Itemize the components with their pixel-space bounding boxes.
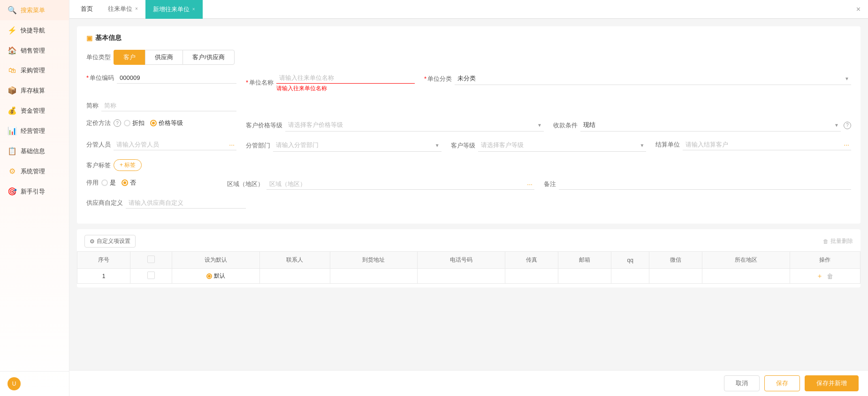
sidebar-item-inventory[interactable]: 📦 库存核算: [0, 80, 69, 101]
remark-input[interactable]: [559, 179, 851, 189]
btn-customer[interactable]: 客户: [114, 50, 145, 65]
user-avatar: U: [8, 377, 21, 390]
close-all-tabs[interactable]: ×: [853, 5, 864, 14]
batch-delete-button[interactable]: 🗑 批量删除: [823, 237, 853, 245]
th-no: 序号: [77, 252, 130, 269]
settlement-unit-input[interactable]: [683, 139, 842, 150]
select-all-checkbox[interactable]: [147, 256, 155, 263]
sidebar-item-quick-nav[interactable]: ⚡ 快捷导航: [0, 20, 69, 40]
unit-type-row: 单位类型 客户 供应商 客户/供应商: [86, 50, 851, 65]
sidebar-item-operations[interactable]: 📊 经营管理: [0, 121, 69, 141]
pricing-help-icon[interactable]: ?: [114, 119, 121, 127]
unit-name-field: 单位名称 请输入往来单位名称: [246, 72, 415, 93]
pricing-label: 定价方法: [86, 119, 111, 127]
delete-row-icon[interactable]: 🗑: [827, 272, 833, 280]
code-name-row: 单位编码 单位名称 请输入往来单位名称 单位分类: [86, 72, 851, 93]
sidebar: 🔍 搜索菜单 ⚡ 快捷导航 🏠 销售管理 🛍 采购管理 📦 库存核算 💰 资金管…: [0, 0, 69, 396]
th-email: 邮箱: [558, 252, 611, 269]
region-more-icon[interactable]: ···: [525, 180, 534, 188]
supplier-custom-field: 供应商自定义: [86, 197, 246, 209]
td-checkbox: [130, 269, 172, 284]
customer-price-level-field: 客户价格等级 请选择客户价格等级 ▼: [246, 119, 544, 132]
supplier-custom-input[interactable]: [126, 197, 246, 208]
department-select[interactable]: 请输入分管部门 ▼: [273, 139, 442, 152]
manager-more-icon[interactable]: ···: [227, 141, 236, 148]
unit-name-input-wrap: [276, 72, 415, 84]
unit-code-label: 单位编码: [86, 74, 114, 82]
btn-both[interactable]: 客户/供应商: [183, 50, 235, 65]
short-name-input[interactable]: [101, 100, 236, 111]
short-name-row: 简称: [86, 100, 851, 111]
operations-icon: 📊: [8, 126, 17, 135]
gear-icon: ⚙: [90, 238, 95, 245]
unit-name-label: 单位名称: [246, 78, 274, 87]
radio-discount-circle: [124, 120, 130, 126]
pricing-row: 定价方法 ? 折扣 价格等级 客户价格等级: [86, 119, 851, 132]
radio-yes[interactable]: 是: [101, 179, 116, 187]
pricing-method-field: 定价方法 ? 折扣 价格等级: [86, 119, 236, 127]
cancel-button[interactable]: 取消: [724, 375, 760, 391]
manager-input[interactable]: [114, 139, 227, 150]
sidebar-search[interactable]: 🔍 搜索菜单: [0, 0, 69, 20]
th-checkbox: [130, 252, 172, 269]
unit-code-input[interactable]: [117, 72, 236, 83]
customer-price-level-select[interactable]: 请选择客户价格等级 ▼: [285, 119, 544, 132]
radio-no[interactable]: 否: [122, 179, 136, 187]
radio-price-level[interactable]: 价格等级: [150, 119, 183, 127]
unit-code-input-wrap: [117, 72, 236, 84]
unit-name-input[interactable]: [276, 72, 415, 83]
section-title: ▣ 基本信息: [86, 34, 851, 42]
th-fax: 传真: [505, 252, 558, 269]
sidebar-item-system[interactable]: ⚙ 系统管理: [0, 161, 69, 181]
section-icon: ▣: [86, 34, 92, 42]
td-actions: ＋ 🗑: [790, 269, 860, 284]
tab-new-contact[interactable]: 新增往来单位 ×: [145, 0, 203, 19]
add-row-icon[interactable]: ＋: [816, 272, 823, 280]
contact-table-section: ⚙ 自定义项设置 🗑 批量删除 序号 设为默认 联系人 到货地址 电话: [77, 229, 860, 287]
th-qq: qq: [611, 252, 649, 269]
btn-supplier[interactable]: 供应商: [145, 50, 183, 65]
remark-label: 备注: [544, 180, 556, 188]
payment-terms-select[interactable]: 现结 ▼: [580, 119, 841, 132]
add-tag-button[interactable]: + 标签: [114, 159, 142, 171]
page-footer: 取消 保存 保存并新增: [69, 370, 868, 396]
customer-level-arrow-icon: ▼: [640, 143, 644, 148]
th-wechat: 微信: [649, 252, 702, 269]
tab-contacts[interactable]: 往来单位 ×: [100, 0, 145, 19]
payment-terms-help-icon[interactable]: ?: [844, 122, 851, 129]
row-checkbox[interactable]: [147, 272, 155, 279]
unit-category-select[interactable]: 未分类 ▼: [455, 72, 851, 85]
basic-info-section: ▣ 基本信息 单位类型 客户 供应商 客户/供应商 单位编码: [77, 26, 860, 224]
sidebar-item-basic[interactable]: 📋 基础信息: [0, 141, 69, 161]
save-button[interactable]: 保存: [764, 375, 800, 391]
td-default: 默认: [172, 269, 259, 284]
purchase-icon: 🛍: [8, 66, 17, 75]
close-contacts-tab[interactable]: ×: [135, 6, 138, 11]
radio-no-circle: [122, 179, 128, 186]
department-label: 分管部门: [246, 141, 270, 150]
sidebar-item-purchase[interactable]: 🛍 采购管理: [0, 61, 69, 80]
default-radio[interactable]: [206, 273, 212, 279]
system-icon: ⚙: [8, 167, 17, 176]
save-and-new-button[interactable]: 保存并新增: [805, 375, 859, 391]
disabled-field: 停用 是 否: [86, 179, 218, 187]
td-address: [330, 269, 418, 284]
custom-settings-button[interactable]: ⚙ 自定义项设置: [84, 235, 136, 248]
th-default: 设为默认: [172, 252, 259, 269]
sidebar-item-finance[interactable]: 💰 资金管理: [0, 101, 69, 121]
radio-discount[interactable]: 折扣: [124, 119, 145, 127]
td-no: 1: [77, 269, 130, 284]
short-name-input-wrap: [101, 100, 236, 111]
tab-home[interactable]: 首页: [73, 0, 100, 19]
settlement-more-icon[interactable]: ···: [842, 141, 851, 148]
th-phone: 电话号码: [418, 252, 505, 269]
th-contact: 联系人: [259, 252, 330, 269]
settlement-unit-input-wrap: ···: [683, 139, 851, 150]
payment-terms-field: 收款条件 现结 ▼ ?: [553, 119, 851, 132]
sidebar-item-guide[interactable]: 🎯 新手引导: [0, 181, 69, 202]
region-input[interactable]: [266, 179, 525, 189]
sidebar-item-sales[interactable]: 🏠 销售管理: [0, 40, 69, 61]
close-new-contact-tab[interactable]: ×: [192, 7, 195, 12]
customer-level-select[interactable]: 请选择客户等级 ▼: [478, 139, 647, 152]
table-header-row: 序号 设为默认 联系人 到货地址 电话号码 传真 邮箱 qq 微信 所在地区 操…: [77, 252, 860, 269]
